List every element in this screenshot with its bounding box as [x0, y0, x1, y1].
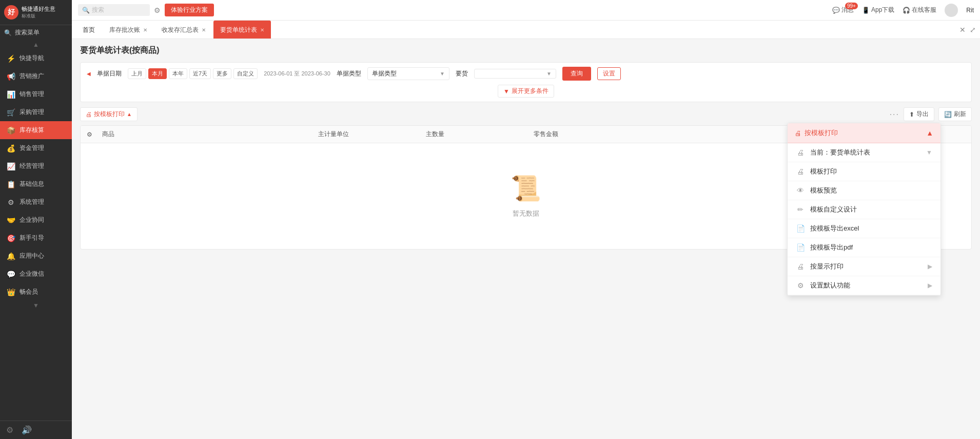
- dropdown-item-display-print[interactable]: 🖨 按显示打印 ▶: [788, 257, 940, 276]
- logo-char: 好: [8, 8, 15, 17]
- message-icon: 💬: [832, 7, 840, 14]
- sidebar-icon-sales: 📊: [6, 90, 15, 99]
- item-arrow-display-print: ▶: [928, 263, 932, 270]
- sidebar-item-marketing[interactable]: 📢 营销推广: [0, 67, 72, 85]
- filter-collapse-icon[interactable]: ◀: [87, 71, 91, 77]
- dropdown-item-template-preview[interactable]: 👁 模板预览: [788, 181, 940, 200]
- sidebar-settings-icon[interactable]: ⚙: [6, 425, 13, 435]
- sidebar-scroll-down[interactable]: ▼: [0, 301, 72, 310]
- expand-filter-btn[interactable]: ▼ 展开更多条件: [498, 85, 554, 98]
- order-type-select[interactable]: 单据类型 ▼: [367, 67, 449, 80]
- date-btns: 上月本月本年近7天更多自定义: [128, 68, 258, 79]
- sidebar-item-finance[interactable]: 💰 资金管理: [0, 139, 72, 157]
- tab-close-receipt-summary[interactable]: ✕: [202, 27, 206, 33]
- table-col-amount: 零售金额: [534, 130, 641, 139]
- sidebar-scroll-up[interactable]: ▲: [0, 40, 72, 49]
- sidebar-item-sales[interactable]: 📊 销售管理: [0, 85, 72, 103]
- sidebar-item-collab[interactable]: 🤝 企业协同: [0, 211, 72, 229]
- message-btn[interactable]: 💬 消息 99+: [832, 6, 854, 14]
- date-btn-3[interactable]: 近7天: [189, 68, 211, 79]
- query-button[interactable]: 查询: [562, 67, 591, 81]
- sidebar-search-label: 搜索菜单: [15, 28, 40, 37]
- order-goods-arrow: ▼: [546, 71, 552, 77]
- tab-order-stats[interactable]: 要货单统计表✕: [213, 21, 271, 39]
- print-btn[interactable]: 🖨 按模板打印 ▲: [80, 107, 138, 121]
- date-btn-2[interactable]: 本年: [169, 68, 187, 79]
- sidebar-item-system[interactable]: ⚙ 系统管理: [0, 193, 72, 211]
- item-arrow-default-func: ▶: [928, 282, 932, 289]
- dropdown-item-template-custom[interactable]: ✏ 模板自定义设计: [788, 200, 940, 219]
- sidebar-item-guide[interactable]: 🎯 新手引导: [0, 229, 72, 247]
- download-icon: 📱: [862, 7, 870, 14]
- dropdown-item-template-export-excel[interactable]: 📄 按模板导出excel: [788, 219, 940, 238]
- more-options-icon[interactable]: ···: [890, 110, 899, 119]
- date-btn-1[interactable]: 本月: [148, 68, 167, 79]
- order-type-value: 单据类型: [372, 69, 397, 78]
- dropdown-current-arrow: ▼: [926, 149, 932, 156]
- table-header-product: 商品: [102, 130, 114, 138]
- expand-window-icon[interactable]: ⤢: [970, 26, 976, 34]
- app-download-btn[interactable]: 📱 App下载: [862, 6, 894, 14]
- sidebar-sound-icon[interactable]: 🔊: [22, 425, 32, 435]
- tab-close-order-stats[interactable]: ✕: [260, 27, 264, 33]
- dropdown-print-icon: 🖨: [795, 129, 801, 137]
- industry-btn[interactable]: 体验行业方案: [165, 4, 214, 16]
- sidebar: 好 畅捷通好生意 标准版 🔍 搜索菜单 ▲ ⚡ 快捷导航 📢 营销推广 📊 销售…: [0, 0, 72, 439]
- tab-batch-account[interactable]: 库存批次账✕: [103, 21, 154, 39]
- dropdown-item-template-export-pdf[interactable]: 📄 按模板导出pdf: [788, 238, 940, 257]
- sidebar-label-marketing: 营销推广: [19, 72, 44, 81]
- tab-close-batch-account[interactable]: ✕: [143, 27, 147, 33]
- date-filter-label: 单据日期: [97, 69, 122, 78]
- tab-list: 首页库存批次账✕收发存汇总表✕要货单统计表✕: [76, 21, 271, 39]
- dropdown-item-default-func[interactable]: ⚙ 设置默认功能 ▶: [788, 276, 940, 295]
- date-btn-5[interactable]: 自定义: [233, 68, 258, 79]
- sidebar-item-app-center[interactable]: 🔔 应用中心: [0, 247, 72, 265]
- sidebar-item-quick-nav[interactable]: ⚡ 快捷导航: [0, 49, 72, 67]
- dropdown-item-template-print[interactable]: 🖨 模板打印: [788, 162, 940, 181]
- dropdown-label-template-export-excel: 按模板导出excel: [810, 224, 859, 233]
- sidebar-icon-vip: 👑: [6, 288, 15, 296]
- sidebar-search[interactable]: 🔍 搜索菜单: [0, 25, 72, 40]
- sidebar-item-basic-info[interactable]: 📋 基础信息: [0, 175, 72, 193]
- print-dropdown-arrow[interactable]: ▲: [127, 111, 132, 117]
- topbar: 🔍 搜索 ⚙ 体验行业方案 💬 消息 99+ 📱 App下载 🎧 在线客服 Ri…: [72, 0, 980, 21]
- topbar-gear-icon[interactable]: ⚙: [154, 6, 161, 14]
- sidebar-icon-finance: 💰: [6, 144, 15, 152]
- sidebar-icon-app-center: 🔔: [6, 252, 15, 260]
- order-type-label: 单据类型: [337, 69, 361, 78]
- topbar-right: 💬 消息 99+ 📱 App下载 🎧 在线客服 Rit: [832, 4, 974, 17]
- date-btn-0[interactable]: 上月: [128, 68, 146, 79]
- refresh-btn[interactable]: 🔄 刷新: [938, 107, 972, 121]
- sidebar-label-collab: 企业协同: [19, 216, 44, 224]
- sidebar-item-operations[interactable]: 📈 经营管理: [0, 157, 72, 175]
- user-avatar[interactable]: [945, 4, 958, 17]
- dropdown-current-icon: 🖨: [796, 148, 805, 157]
- date-btn-4[interactable]: 更多: [213, 68, 231, 79]
- dropdown-current-item[interactable]: 🖨 当前：要货单统计表 ▼: [788, 143, 940, 162]
- dropdown-icon-template-preview: 👁: [796, 186, 805, 195]
- sidebar-label-sales: 销售管理: [19, 90, 44, 99]
- table-gear-icon[interactable]: ⚙: [87, 131, 92, 138]
- sidebar-item-vip[interactable]: 👑 畅会员: [0, 283, 72, 301]
- app-logo: 好 畅捷通好生意 标准版: [0, 0, 72, 25]
- close-window-icon[interactable]: ✕: [959, 26, 966, 34]
- sidebar-item-inventory[interactable]: 📦 库存核算: [0, 121, 72, 139]
- tab-receipt-summary[interactable]: 收发存汇总表✕: [155, 21, 212, 39]
- dropdown-close-icon[interactable]: ▲: [926, 129, 933, 137]
- topbar-search[interactable]: 🔍 搜索: [78, 4, 150, 16]
- settings-button[interactable]: 设置: [597, 67, 621, 80]
- tab-home[interactable]: 首页: [76, 21, 102, 39]
- tab-label-home: 首页: [83, 26, 95, 34]
- online-service-btn[interactable]: 🎧 在线客服: [903, 6, 936, 14]
- sidebar-label-finance: 资金管理: [19, 144, 44, 152]
- refresh-icon: 🔄: [944, 111, 952, 118]
- order-goods-select[interactable]: ▼: [474, 69, 556, 79]
- table-header-amount: 零售金额: [534, 130, 558, 138]
- dropdown-title: 按模板打印: [805, 128, 838, 138]
- page-content: 要货单统计表(按商品) ◀ 单据日期 上月本月本年近7天更多自定义 2023-0…: [72, 39, 980, 439]
- sidebar-item-enterprise-wechat[interactable]: 💬 企业微信: [0, 265, 72, 283]
- toolbar-right: ··· ⬆ 导出 🔄 刷新: [890, 107, 972, 121]
- expand-label: 展开更多条件: [512, 87, 548, 96]
- sidebar-item-purchase[interactable]: 🛒 采购管理: [0, 103, 72, 121]
- export-btn[interactable]: ⬆ 导出: [904, 107, 934, 121]
